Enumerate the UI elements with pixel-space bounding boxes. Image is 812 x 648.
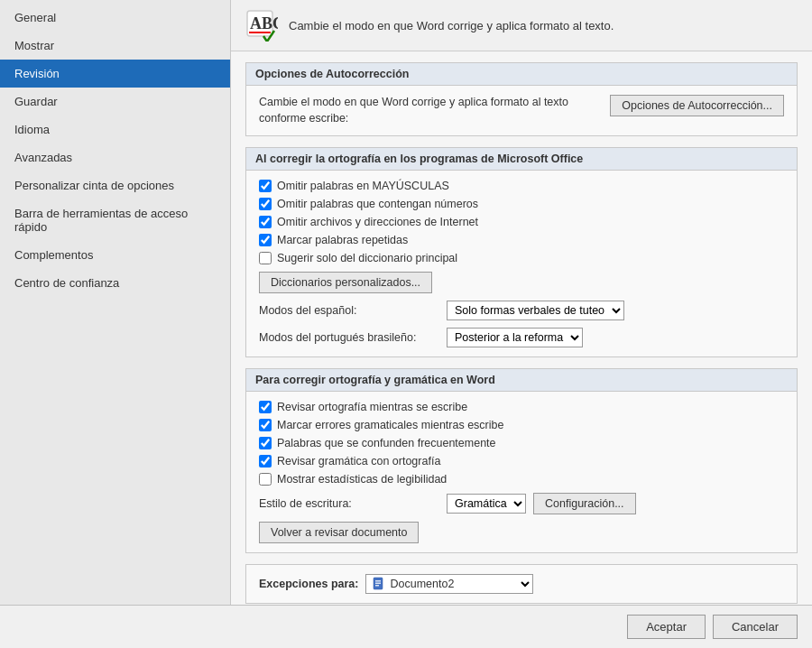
grammar-checkbox-row-4: Revisar gramática con ortografía (259, 455, 784, 467)
volver-btn-row: Volver a revisar documento (259, 522, 784, 543)
dialog: General Mostrar Revisión Guardar Idioma … (0, 0, 812, 648)
autocorrect-description: Cambie el modo en que Word corrige y apl… (259, 95, 599, 126)
grammar-checkbox-row-2: Marcar errores gramaticales mientras esc… (259, 419, 784, 431)
sidebar-item-mostrar[interactable]: Mostrar (0, 32, 230, 60)
configuracion-button[interactable]: Configuración... (533, 493, 636, 514)
checkbox-marcar-errores[interactable] (259, 419, 272, 431)
checkbox-row-4: Marcar palabras repetidas (259, 234, 784, 246)
main-content: ABC Cambie el modo en que Word corrige y… (231, 0, 812, 605)
estilo-select[interactable]: Gramática (447, 494, 526, 514)
doc-name: Documento2 (390, 578, 454, 590)
grammar-checkbox-row-1: Revisar ortografía mientras se escribe (259, 401, 784, 413)
exceptions-row: Excepciones para: Documento2 (246, 565, 797, 603)
modos-portugues-select[interactable]: Posterior a la reforma (447, 328, 583, 347)
modos-espanol-row: Modos del español: Solo formas verbales … (259, 301, 784, 320)
sidebar-item-general[interactable]: General (0, 4, 230, 32)
grammar-checkbox-label-1[interactable]: Revisar ortografía mientras se escribe (277, 401, 467, 413)
exceptions-section: Excepciones para: Documento2 (245, 564, 798, 604)
accept-button[interactable]: Aceptar (627, 615, 706, 639)
sidebar-item-centro[interactable]: Centro de confianza (0, 269, 230, 297)
content-header: ABC Cambie el modo en que Word corrige y… (231, 0, 812, 51)
grammar-section-title: Para corregir ortografía y gramática en … (246, 369, 797, 392)
checkbox-label-2[interactable]: Omitir palabras que contengan números (277, 198, 478, 210)
checkbox-row-5: Sugerir solo del diccionario principal (259, 252, 784, 264)
exceptions-label: Excepciones para: (259, 578, 358, 590)
spell-check-icon: ABC (245, 9, 278, 42)
autocorrect-section-body: Cambie el modo en que Word corrige y apl… (246, 86, 797, 135)
checkbox-label-1[interactable]: Omitir palabras en MAYÚSCULAS (277, 180, 449, 192)
checkbox-revisar-gramatica[interactable] (259, 455, 272, 467)
exceptions-select-inner: Documento2 (366, 575, 511, 593)
checkbox-omitir-mayusculas[interactable] (259, 180, 272, 192)
grammar-checkbox-row-3: Palabras que se confunden frecuentemente (259, 437, 784, 449)
checkbox-omitir-internet[interactable] (259, 216, 272, 228)
spelling-section: Al corregir la ortografía en los program… (245, 147, 798, 357)
sidebar-item-complementos[interactable]: Complementos (0, 241, 230, 269)
svg-rect-6 (375, 585, 379, 587)
modos-espanol-label: Modos del español: (259, 304, 439, 317)
grammar-checkbox-label-4[interactable]: Revisar gramática con ortografía (277, 455, 440, 467)
svg-rect-5 (375, 583, 381, 585)
sidebar-item-avanzadas[interactable]: Avanzadas (0, 143, 230, 171)
svg-text:ABC: ABC (250, 14, 278, 32)
svg-rect-4 (375, 580, 381, 582)
checkbox-palabras-confunden[interactable] (259, 437, 272, 449)
sidebar-item-personalizar[interactable]: Personalizar cinta de opciones (0, 171, 230, 199)
checkbox-sugerir-diccionario[interactable] (259, 252, 272, 264)
sidebar-item-idioma[interactable]: Idioma (0, 116, 230, 143)
autocorrect-options-button[interactable]: Opciones de Autocorrección... (610, 95, 784, 116)
modos-espanol-select[interactable]: Solo formas verbales de tuteo (447, 301, 624, 320)
estilo-row: Estilo de escritura: Gramática Configura… (259, 493, 784, 514)
checkbox-label-3[interactable]: Omitir archivos y direcciones de Interne… (277, 216, 478, 228)
document-icon (372, 577, 386, 591)
grammar-checkbox-row-5: Mostrar estadísticas de legibilidad (259, 473, 784, 486)
checkbox-label-4[interactable]: Marcar palabras repetidas (277, 234, 408, 246)
grammar-section: Para corregir ortografía y gramática en … (245, 368, 798, 553)
estilo-label: Estilo de escritura: (259, 497, 439, 510)
exceptions-dropdown[interactable] (511, 575, 532, 593)
checkbox-row-3: Omitir archivos y direcciones de Interne… (259, 216, 784, 228)
checkbox-row-2: Omitir palabras que contengan números (259, 198, 784, 210)
dict-btn-row: Diccionarios personalizados... (259, 272, 784, 293)
content-scroll[interactable]: Opciones de Autocorrección Cambie el mod… (231, 51, 812, 605)
checkbox-label-5[interactable]: Sugerir solo del diccionario principal (277, 252, 457, 264)
sidebar-item-revision[interactable]: Revisión (0, 60, 230, 88)
grammar-section-body: Revisar ortografía mientras se escribe M… (246, 392, 797, 552)
checkbox-row-1: Omitir palabras en MAYÚSCULAS (259, 180, 784, 192)
modos-portugues-row: Modos del portugués brasileño: Posterior… (259, 328, 784, 347)
grammar-checkbox-label-3[interactable]: Palabras que se confunden frecuentemente (277, 437, 496, 449)
modos-portugues-label: Modos del portugués brasileño: (259, 331, 439, 344)
autocorrect-section: Opciones de Autocorrección Cambie el mod… (245, 62, 798, 136)
checkbox-marcar-repetidas[interactable] (259, 234, 272, 246)
dialog-footer: Aceptar Cancelar (0, 605, 812, 648)
cancel-button[interactable]: Cancelar (713, 615, 798, 639)
header-title: Cambie el modo en que Word corrige y apl… (289, 19, 614, 32)
checkbox-estadisticas[interactable] (259, 473, 272, 486)
autocorrect-section-title: Opciones de Autocorrección (246, 63, 797, 86)
checkbox-revisar-ortografia[interactable] (259, 401, 272, 413)
checkbox-omitir-numeros[interactable] (259, 198, 272, 210)
sidebar: General Mostrar Revisión Guardar Idioma … (0, 0, 231, 605)
grammar-checkbox-label-5[interactable]: Mostrar estadísticas de legibilidad (277, 473, 447, 486)
spelling-section-body: Omitir palabras en MAYÚSCULAS Omitir pal… (246, 171, 797, 356)
exceptions-select-wrapper: Documento2 (365, 574, 533, 594)
volver-button[interactable]: Volver a revisar documento (259, 522, 419, 543)
custom-dictionaries-button[interactable]: Diccionarios personalizados... (259, 272, 432, 293)
grammar-checkbox-label-2[interactable]: Marcar errores gramaticales mientras esc… (277, 419, 503, 431)
sidebar-item-guardar[interactable]: Guardar (0, 88, 230, 116)
dialog-body: General Mostrar Revisión Guardar Idioma … (0, 0, 812, 605)
spelling-section-title: Al corregir la ortografía en los program… (246, 148, 797, 171)
sidebar-item-barra[interactable]: Barra de herramientas de acceso rápido (0, 199, 230, 241)
